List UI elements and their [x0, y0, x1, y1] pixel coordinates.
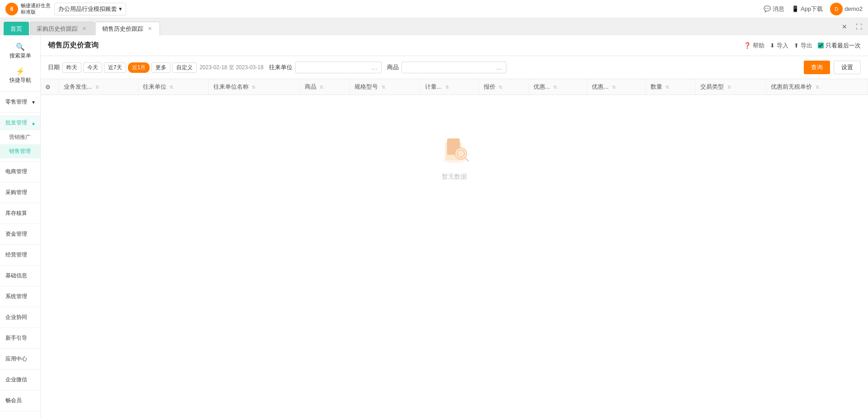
help-btn[interactable]: ❓ 帮助 — [744, 42, 764, 50]
help-icon: ❓ — [744, 42, 751, 49]
sort-biz-date-icon: ⇅ — [95, 85, 99, 90]
maximize-window-btn[interactable]: ⛶ — [854, 21, 864, 32]
tab-sales-close[interactable]: ✕ — [146, 25, 153, 33]
date-btn-more[interactable]: 更多 — [151, 62, 170, 73]
empty-illustration — [436, 131, 472, 167]
th-quote[interactable]: 报价 ⇅ — [479, 79, 528, 95]
sidebar-member[interactable]: 畅会员 — [0, 393, 40, 408]
sidebar-wechat[interactable]: 企业微信 — [0, 372, 40, 387]
th-qty[interactable]: 数量 ⇅ — [646, 79, 695, 95]
tab-purchase-close[interactable]: ✕ — [80, 25, 88, 33]
only-last-checkbox-label[interactable]: 只看最后一次 — [818, 42, 861, 50]
settings-button[interactable]: 设置 — [834, 61, 861, 74]
tab-purchase-label: 采购历史价跟踪 — [37, 25, 78, 33]
date-btn-custom[interactable]: 自定义 — [172, 62, 197, 73]
avatar: D — [830, 3, 843, 15]
product-input-wrapper[interactable]: ... — [401, 62, 506, 73]
query-button[interactable]: 查询 — [804, 61, 830, 74]
table-head: ⚙ 业务发生... ⇅ 往来单位 ⇅ 往来单位名称 ⇅ — [41, 79, 868, 95]
sidebar-sub-sales-mgmt[interactable]: 销售管理 — [0, 144, 40, 158]
table-header-row: ⚙ 业务发生... ⇅ 往来单位 ⇅ 往来单位名称 ⇅ — [41, 79, 868, 95]
tab-sales-history[interactable]: 销售历史价跟踪 ✕ — [95, 22, 160, 35]
chevron-down-icon: ▾ — [119, 5, 122, 12]
sidebar-item-search[interactable]: 🔍 搜索菜单 — [0, 39, 40, 63]
th-product[interactable]: 商品 ⇅ — [300, 79, 349, 95]
empty-text: 暂无数据 — [442, 173, 467, 181]
th-gear: ⚙ — [41, 79, 59, 95]
main-layout: 🔍 搜索菜单 ⚡ 快捷导航 零售管理 ▾ 批发管理 ▴ 营销推广 销售管理 — [0, 35, 868, 418]
filter-area: 日期 昨天 今天 近7天 近1月 更多 自定义 2023-02-18 至 202… — [41, 56, 868, 79]
date-btn-yesterday[interactable]: 昨天 — [62, 62, 81, 73]
sidebar-sub-marketing[interactable]: 营销推广 — [0, 130, 40, 144]
user-area[interactable]: D demo2 — [830, 3, 863, 15]
th-unit[interactable]: 计量... ⇅ — [420, 79, 479, 95]
sidebar-section-ecommerce: 电商管理 — [0, 162, 40, 182]
sort-pretax-price-icon: ⇅ — [816, 85, 819, 90]
export-btn[interactable]: ⬆ 导出 — [794, 42, 812, 50]
sidebar-item-shortcut[interactable]: ⚡ 快捷导航 — [0, 63, 40, 88]
th-biz-date[interactable]: 业务发生... ⇅ — [59, 79, 138, 95]
sidebar-wholesale[interactable]: 批发管理 ▴ — [0, 115, 40, 130]
chevron-wholesale-icon: ▴ — [32, 120, 35, 126]
sidebar-system[interactable]: 系统管理 — [0, 289, 40, 304]
filter-row: 日期 昨天 今天 近7天 近1月 更多 自定义 2023-02-18 至 202… — [48, 61, 861, 74]
sort-partner-code-icon: ⇅ — [170, 85, 173, 90]
empty-state: 暂无数据 — [41, 95, 868, 217]
tabs-right: ✕ ⛶ — [839, 21, 864, 32]
th-partner-name[interactable]: 往来单位名称 ⇅ — [208, 79, 300, 95]
sidebar-inventory[interactable]: 库存核算 — [0, 206, 40, 221]
sidebar-finance[interactable]: 资金管理 — [0, 227, 40, 242]
shortcut-icon: ⚡ — [16, 67, 25, 76]
sidebar: 🔍 搜索菜单 ⚡ 快捷导航 零售管理 ▾ 批发管理 ▴ 营销推广 销售管理 — [0, 35, 41, 418]
search-icon: 🔍 — [16, 43, 25, 51]
th-spec[interactable]: 规格型号 ⇅ — [350, 79, 420, 95]
tabs-bar: 首页 采购历史价跟踪 ✕ 销售历史价跟踪 ✕ ✕ ⛶ — [0, 18, 868, 35]
sidebar-ecommerce[interactable]: 电商管理 — [0, 164, 40, 179]
data-table: ⚙ 业务发生... ⇅ 往来单位 ⇅ 往来单位名称 ⇅ — [41, 79, 868, 95]
only-last-checkbox[interactable] — [818, 43, 824, 48]
sidebar-purchase[interactable]: 采购管理 — [0, 185, 40, 200]
date-btn-1month[interactable]: 近1月 — [128, 62, 150, 73]
logo-icon: 6 — [5, 3, 18, 15]
date-buttons: 昨天 今天 近7天 近1月 更多 自定义 — [62, 62, 197, 73]
sort-product-icon: ⇅ — [320, 85, 323, 90]
app-selector[interactable]: 办公用品行业模拟账套 ▾ — [54, 3, 126, 15]
from-unit-input-wrapper[interactable]: ... — [295, 62, 382, 73]
date-filter-group: 日期 昨天 今天 近7天 近1月 更多 自定义 2023-02-18 至 202… — [48, 62, 264, 73]
date-btn-today[interactable]: 今天 — [83, 62, 102, 73]
tab-sales-label: 销售历史价跟踪 — [102, 25, 143, 33]
gear-icon[interactable]: ⚙ — [45, 84, 51, 90]
tab-home[interactable]: 首页 — [4, 22, 29, 35]
sidebar-apps[interactable]: 应用中心 — [0, 352, 40, 366]
th-discount2[interactable]: 优惠... ⇅ — [587, 79, 646, 95]
sort-discount1-icon: ⇅ — [553, 85, 557, 90]
date-range-text: 2023-02-18 至 2023-03-18 — [199, 64, 263, 71]
th-partner-code[interactable]: 往来单位 ⇅ — [138, 79, 208, 95]
sidebar-operation[interactable]: 经营管理 — [0, 247, 40, 262]
sidebar-base[interactable]: 基础信息 — [0, 268, 40, 283]
top-bar: 6 畅捷通好生意 标准版 办公用品行业模拟账套 ▾ 💬 消息 📱 App下载 D… — [0, 0, 868, 18]
sidebar-retail[interactable]: 零售管理 ▾ — [0, 95, 40, 109]
top-bar-left: 6 畅捷通好生意 标准版 办公用品行业模拟账套 ▾ — [5, 3, 126, 15]
sidebar-top: 🔍 搜索菜单 ⚡ 快捷导航 — [0, 35, 40, 92]
close-window-btn[interactable]: ✕ — [839, 21, 850, 32]
app-download-btn[interactable]: 📱 App下载 — [792, 5, 823, 13]
tab-purchase-history[interactable]: 采购历史价跟踪 ✕ — [30, 22, 94, 35]
message-btn[interactable]: 💬 消息 — [764, 5, 784, 13]
svg-line-4 — [465, 158, 468, 161]
logo-area: 6 畅捷通好生意 标准版 — [5, 3, 51, 15]
th-discount1[interactable]: 优惠... ⇅ — [528, 79, 587, 95]
sidebar-section-retail: 零售管理 ▾ — [0, 92, 40, 113]
date-btn-7days[interactable]: 近7天 — [104, 62, 126, 73]
sidebar-corp[interactable]: 企业协同 — [0, 310, 40, 325]
from-unit-input[interactable] — [299, 64, 372, 71]
product-input[interactable] — [406, 64, 496, 71]
th-pretax-price[interactable]: 优惠前无税单价 ⇅ — [766, 79, 868, 95]
product-dots-btn[interactable]: ... — [496, 63, 502, 71]
th-trade-type[interactable]: 交易类型 ⇅ — [695, 79, 766, 95]
sidebar-guide[interactable]: 新手引导 — [0, 331, 40, 346]
from-unit-dots-btn[interactable]: ... — [372, 63, 377, 71]
from-unit-filter-group: 往来单位 ... — [269, 62, 382, 73]
sidebar-section-guide: 新手引导 — [0, 328, 40, 349]
import-btn[interactable]: ⬇ 导入 — [770, 42, 788, 50]
